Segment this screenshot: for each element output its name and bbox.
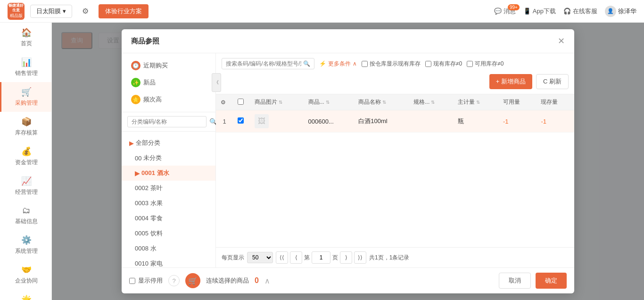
- per-page-label: 每页显示: [222, 254, 244, 262]
- topnav: 畅捷通好生意 精品版 日太阳膜 ▾ ⚙ 体验行业方案 💬 消息 99+ 📱 Ap…: [0, 0, 644, 23]
- settings-btn[interactable]: ⚙: [78, 4, 93, 19]
- main-layout: 🏠 首页 📊 销售管理 🛒 采购管理 📦 库存核算 💰 资金管理 📈 经营管理 …: [0, 23, 644, 300]
- sidebar-item-operation[interactable]: 📈 经营管理: [0, 171, 51, 201]
- store-name: 日太阳膜: [36, 7, 61, 16]
- sidebar-item-inventory[interactable]: 📦 库存核算: [0, 112, 51, 142]
- inventory-icon: 📦: [21, 117, 32, 127]
- cat-0010[interactable]: 0010 家电: [122, 256, 215, 267]
- cart-label: 连续选择的商品: [206, 276, 249, 285]
- sidebar-item-system[interactable]: ⚙️ 系统管理: [0, 230, 51, 260]
- phone-icon: 📱: [523, 8, 531, 15]
- per-page-select[interactable]: 50 10 20 100: [247, 252, 273, 263]
- show-stopped-checkbox[interactable]: [129, 278, 135, 284]
- user-area[interactable]: 👤 徐泽华: [605, 6, 636, 17]
- add-product-btn[interactable]: + 新增商品: [489, 74, 532, 89]
- cat-0003[interactable]: 0003 水果: [122, 196, 215, 211]
- cat-0001[interactable]: ▶ 0001 酒水: [122, 166, 215, 181]
- checkbox-warehouse-input[interactable]: [362, 61, 368, 67]
- sidebar-label-inventory: 库存核算: [15, 129, 38, 137]
- logo-text: 畅捷通好生意: [8, 3, 25, 13]
- collab-icon: 🤝: [21, 265, 32, 275]
- product-search-input[interactable]: [226, 60, 301, 67]
- confirm-btn[interactable]: 确定: [536, 273, 567, 289]
- basic-icon: 🗂: [22, 206, 31, 216]
- pagination-bar: 每页显示 50 10 20 100 ⟨⟨ ⟨ 第: [216, 247, 574, 267]
- sidebar-item-purchase[interactable]: 🛒 采购管理: [0, 82, 51, 112]
- online-service-btn[interactable]: 🎧 在线客服: [563, 7, 597, 16]
- checkbox-nonzero-stock-input[interactable]: [425, 61, 431, 67]
- column-settings-icon[interactable]: ⚙: [221, 99, 226, 106]
- cat-00[interactable]: 00 未分类: [122, 150, 215, 166]
- table-row[interactable]: 1 🖼 000600...: [216, 110, 574, 133]
- sort-name-icon[interactable]: ⇅: [382, 100, 386, 105]
- checkbox-nonzero-available-label: 可用库存≠0: [475, 60, 504, 68]
- category-search-input[interactable]: [127, 116, 206, 127]
- cancel-btn[interactable]: 取消: [499, 273, 531, 289]
- cat-0008[interactable]: 0008 水: [122, 241, 215, 256]
- product-search-icon[interactable]: 🔍: [303, 60, 310, 67]
- row-stock-cell: -1: [536, 110, 574, 133]
- trial-button[interactable]: 体验行业方案: [99, 4, 149, 18]
- sidebar-label-operation: 经营管理: [15, 188, 38, 196]
- sort-image-icon[interactable]: ⇅: [279, 100, 282, 105]
- sort-spec-icon[interactable]: ⇅: [431, 100, 435, 105]
- store-dropdown[interactable]: 日太阳膜 ▾: [30, 5, 72, 18]
- sidebar-label-sales: 销售管理: [15, 69, 38, 77]
- category-search-bar: 🔍: [122, 112, 215, 132]
- row-unit: 瓶: [458, 117, 464, 125]
- more-filter-btn[interactable]: ⚡ 更多条件 ∧: [319, 60, 357, 68]
- app-download-label: App下载: [533, 7, 556, 16]
- product-table: ⚙ 商品图片⇅ 商品...⇅: [216, 94, 574, 133]
- cat-0004-label: 0004 零食: [135, 214, 163, 223]
- sidebar-item-collab[interactable]: 🤝 企业协同: [0, 260, 51, 290]
- prev-page-btn[interactable]: ⟨: [290, 251, 302, 264]
- sort-unit-icon[interactable]: ⇅: [476, 100, 480, 105]
- quick-freq[interactable]: ⭐ 频次高: [127, 92, 210, 107]
- row-spec-cell: [409, 110, 453, 133]
- collapse-selection-icon[interactable]: ∧: [264, 276, 270, 285]
- collapse-panel-btn[interactable]: 《: [212, 73, 221, 92]
- row-checkbox[interactable]: [238, 117, 244, 124]
- col-stock: 现存量: [536, 94, 574, 110]
- messages-btn[interactable]: 💬 消息 99+: [494, 7, 516, 16]
- first-page-btn[interactable]: ⟨⟨: [276, 251, 288, 264]
- product-image: 🖼: [255, 114, 269, 128]
- row-checkbox-cell: [233, 110, 250, 133]
- checkbox-nonzero-available-input[interactable]: [467, 61, 473, 67]
- operation-icon: 📈: [21, 176, 32, 186]
- quick-recent[interactable]: 🕐 近期购买: [127, 58, 210, 73]
- sidebar-label-collab: 企业协同: [15, 277, 38, 285]
- next-page-btn[interactable]: ⟩: [340, 251, 352, 264]
- last-page-btn[interactable]: ⟩⟩: [354, 251, 366, 264]
- checkbox-warehouse[interactable]: 按仓库显示现有库存: [362, 60, 421, 68]
- cat-0004[interactable]: 0004 零食: [122, 211, 215, 226]
- sidebar-item-basic[interactable]: 🗂 基础信息: [0, 201, 51, 230]
- cat-00-code: 00: [135, 155, 141, 162]
- modal-close-btn[interactable]: ✕: [558, 36, 565, 46]
- logo-area: 畅捷通好生意 精品版: [8, 3, 25, 20]
- cart-btn[interactable]: 🛒: [185, 273, 200, 288]
- help-icon[interactable]: ?: [168, 275, 180, 286]
- checkbox-nonzero-stock[interactable]: 现有库存≠0: [425, 60, 462, 68]
- system-icon: ⚙️: [21, 235, 32, 245]
- app-download-btn[interactable]: 📱 App下载: [523, 7, 556, 16]
- show-stopped-label[interactable]: 显示停用: [129, 276, 163, 285]
- cat-0005[interactable]: 0005 饮料: [122, 226, 215, 241]
- sidebar-item-sales[interactable]: 📊 销售管理: [0, 52, 51, 82]
- sales-icon: 📊: [21, 57, 32, 67]
- select-all-checkbox[interactable]: [238, 99, 244, 105]
- sidebar-item-finance[interactable]: 💰 资金管理: [0, 142, 51, 171]
- page-number-input[interactable]: [312, 251, 330, 264]
- cat-all[interactable]: ▶ 全部分类: [122, 135, 215, 150]
- cat-0002[interactable]: 0002 茶叶: [122, 181, 215, 196]
- checkbox-nonzero-available[interactable]: 可用库存≠0: [467, 60, 504, 68]
- cat-0002-label: 0002 茶叶: [135, 184, 163, 192]
- sort-code-icon[interactable]: ⇅: [326, 100, 330, 105]
- category-list: ▶ 全部分类 00 未分类 ▶ 0001 酒水: [122, 132, 215, 267]
- sidebar-item-guide[interactable]: 🌟 新手引导: [0, 290, 51, 300]
- selected-count: 0: [255, 276, 259, 285]
- page-nav: ⟨⟨ ⟨ 第 页 ⟩ ⟩⟩: [276, 251, 366, 264]
- sidebar-item-home[interactable]: 🏠 首页: [0, 23, 51, 52]
- quick-new[interactable]: ✨ 新品: [127, 75, 210, 90]
- refresh-btn[interactable]: C 刷新: [536, 74, 569, 89]
